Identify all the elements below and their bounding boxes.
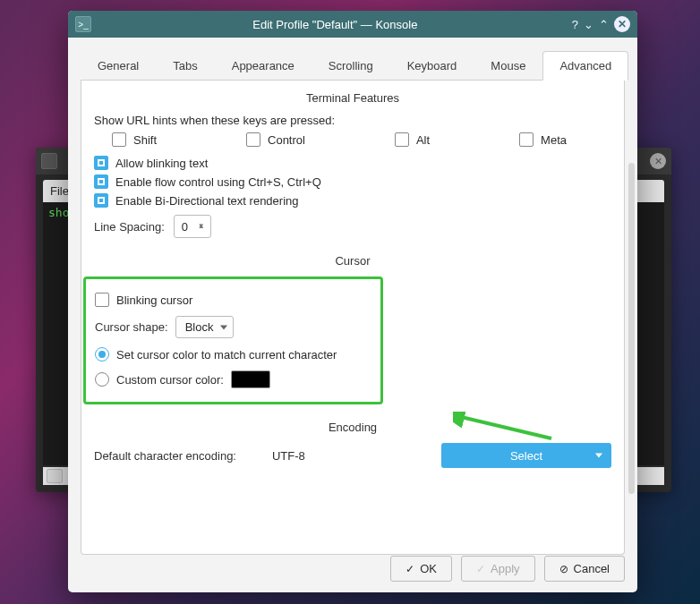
- radio-custom-color[interactable]: [95, 372, 109, 387]
- default-encoding-value: UTF-8: [272, 449, 305, 463]
- section-terminal-features: Terminal Features: [94, 91, 611, 105]
- checkbox-blinking-cursor[interactable]: [95, 293, 109, 307]
- line-spacing-label: Line Spacing:: [94, 220, 165, 234]
- dialog-titlebar: >_ Edit Profile "Default" — Konsole ? ⌄ …: [68, 11, 637, 38]
- label-enable-bidi: Enable Bi-Directional text rendering: [115, 194, 299, 208]
- tab-scrolling[interactable]: Scrolling: [312, 50, 390, 80]
- cursor-shape-select[interactable]: Block: [175, 316, 235, 338]
- label-shift: Shift: [133, 133, 157, 147]
- check-icon: ✓: [405, 563, 414, 575]
- tab-general[interactable]: General: [81, 50, 156, 80]
- check-icon: ✓: [476, 563, 485, 575]
- cancel-label: Cancel: [574, 562, 610, 575]
- tab-mouse[interactable]: Mouse: [474, 50, 542, 80]
- scrollbar[interactable]: [628, 163, 635, 494]
- label-match-color: Set cursor color to match current charac…: [116, 348, 337, 362]
- checkbox-shift[interactable]: [112, 132, 126, 147]
- dialog-title: Edit Profile "Default" — Konsole: [98, 18, 572, 31]
- cursor-shape-label: Cursor shape:: [95, 320, 168, 334]
- section-cursor: Cursor: [94, 254, 611, 268]
- default-encoding-label: Default character encoding:: [94, 449, 236, 463]
- encoding-select-label: Select: [510, 449, 542, 463]
- terminal-icon: [41, 153, 57, 169]
- encoding-select-button[interactable]: Select: [441, 443, 611, 468]
- label-alt: Alt: [416, 133, 430, 147]
- label-meta: Meta: [541, 133, 567, 147]
- ok-button[interactable]: ✓OK: [390, 556, 452, 582]
- tab-tabs[interactable]: Tabs: [156, 50, 214, 80]
- ok-label: OK: [420, 562, 437, 575]
- help-icon[interactable]: ?: [572, 18, 578, 31]
- checkbox-alt[interactable]: [395, 132, 409, 147]
- minimize-icon[interactable]: ⌄: [584, 18, 593, 31]
- tab-keyboard[interactable]: Keyboard: [390, 50, 474, 80]
- advanced-tab-panel: Terminal Features Show URL hints when th…: [81, 81, 625, 555]
- profile-tab-bar: General Tabs Appearance Scrolling Keyboa…: [81, 50, 625, 81]
- cancel-icon: ⊘: [559, 563, 568, 575]
- tab-advanced[interactable]: Advanced: [542, 51, 628, 81]
- bgterm-tab-button[interactable]: [47, 469, 63, 483]
- label-control: Control: [268, 133, 305, 147]
- checkbox-enable-bidi[interactable]: [94, 193, 108, 208]
- url-hints-label: Show URL hints when these keys are press…: [94, 114, 611, 127]
- close-icon[interactable]: ✕: [650, 153, 666, 169]
- cancel-button[interactable]: ⊘Cancel: [544, 556, 625, 582]
- section-encoding: Encoding: [94, 421, 611, 434]
- checkbox-allow-blinking-text[interactable]: [94, 156, 108, 170]
- tab-appearance[interactable]: Appearance: [215, 50, 312, 80]
- radio-match-color[interactable]: [95, 347, 109, 362]
- maximize-icon[interactable]: ⌃: [599, 18, 609, 31]
- label-blinking-cursor: Blinking cursor: [116, 293, 192, 307]
- menu-file[interactable]: File: [50, 184, 69, 198]
- konsole-icon: >_: [75, 16, 91, 32]
- apply-label: Apply: [491, 562, 520, 575]
- cursor-settings-highlight: Blinking cursor Cursor shape: Block Set …: [83, 276, 383, 404]
- line-spacing-spinbox[interactable]: 0 ▲▼: [174, 215, 211, 238]
- checkbox-enable-flow-control[interactable]: [94, 174, 108, 189]
- close-icon[interactable]: ✕: [614, 16, 630, 32]
- label-custom-color: Custom cursor color:: [116, 373, 224, 387]
- apply-button[interactable]: ✓Apply: [461, 556, 535, 582]
- label-enable-flow-control: Enable flow control using Ctrl+S, Ctrl+Q: [115, 175, 321, 189]
- checkbox-control[interactable]: [246, 132, 260, 147]
- line-spacing-value: 0: [182, 220, 188, 234]
- label-allow-blinking-text: Allow blinking text: [115, 157, 208, 170]
- dialog-button-row: ✓OK ✓Apply ⊘Cancel: [390, 556, 625, 582]
- edit-profile-dialog: >_ Edit Profile "Default" — Konsole ? ⌄ …: [68, 11, 637, 592]
- custom-color-swatch[interactable]: [231, 370, 270, 388]
- checkbox-meta[interactable]: [519, 132, 534, 147]
